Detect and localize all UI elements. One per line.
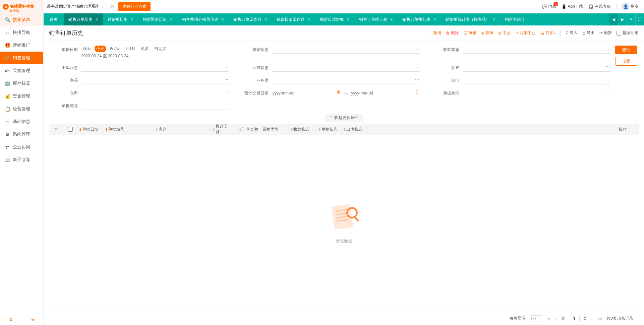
- tabs-fullscreen[interactable]: ⛶: [635, 13, 644, 25]
- date-tab-yesterday[interactable]: 昨天: [81, 46, 93, 52]
- out-select[interactable]: [81, 64, 229, 72]
- customer-picker[interactable]: [463, 64, 610, 72]
- action-stop[interactable]: ⊘中止: [498, 30, 511, 36]
- date-tab-more[interactable]: 更多: [139, 46, 151, 52]
- settings-gear-icon[interactable]: ⚙: [110, 4, 114, 9]
- close-icon[interactable]: ✕: [221, 17, 224, 22]
- sidebar-item-sales[interactable]: 🛒销售管理: [0, 52, 43, 64]
- goods-picker[interactable]: [81, 76, 229, 84]
- action-abandon[interactable]: ⊘弃审: [481, 30, 493, 36]
- th-checkbox[interactable]: [63, 124, 77, 135]
- deliv-from-input[interactable]: [272, 89, 341, 97]
- date-tab-7days[interactable]: 近7天: [108, 46, 122, 52]
- docno-input[interactable]: [81, 102, 229, 110]
- close-icon[interactable]: ✕: [347, 17, 350, 22]
- tab-sales-history[interactable]: 销货单历史✕: [103, 13, 138, 25]
- pager-prev[interactable]: ‹: [555, 316, 558, 321]
- detail-checkbox[interactable]: [617, 31, 621, 36]
- logo[interactable]: b 畅捷通好生意 标准版: [0, 0, 44, 13]
- th-delivery[interactable]: ▴▾预计交货...: [211, 124, 237, 135]
- experience-button[interactable]: 体验行业方案: [118, 2, 151, 11]
- ellipsis-icon[interactable]: ⋯: [224, 90, 228, 94]
- chevron-down-icon[interactable]: ⌄: [606, 90, 610, 94]
- tabs-scroll-left[interactable]: ◀: [609, 13, 618, 25]
- close-icon[interactable]: ✕: [264, 17, 267, 22]
- tab-sales-order-exec[interactable]: 销售订单执行表✕: [398, 13, 441, 25]
- action-detail-toggle[interactable]: 显示明细: [617, 30, 639, 36]
- chevron-down-icon[interactable]: ⌄: [606, 46, 610, 51]
- th-outstatus[interactable]: ▴▾出库状态: [342, 124, 607, 135]
- tab-daily-clear-workbench[interactable]: 钱货日清工作台✕: [272, 13, 315, 25]
- date-tab-1month[interactable]: 近1月: [124, 46, 137, 52]
- tab-sales-order-history[interactable]: 销售订单历史✕: [64, 13, 103, 25]
- tabs-scroll-right[interactable]: ▶: [618, 13, 627, 25]
- tab-daily-clear-recon[interactable]: 钱货日清对账✕: [315, 13, 354, 25]
- pagesize-select[interactable]: 50: [529, 315, 542, 322]
- sidebar-search[interactable]: 🔍 搜索菜单: [0, 13, 43, 26]
- sidebar-item-quicknav[interactable]: ⌂快捷导航: [0, 26, 43, 39]
- action-print[interactable]: 🖨打印▾: [540, 30, 555, 36]
- chevron-down-icon[interactable]: ⌄: [225, 64, 228, 69]
- salesman-picker[interactable]: [272, 76, 420, 84]
- chevron-down-icon[interactable]: ⌄: [416, 64, 419, 69]
- pager-next[interactable]: ›: [590, 316, 594, 321]
- settings-button[interactable]: 设置: [615, 57, 637, 66]
- chevron-down-icon[interactable]: ⌄: [416, 46, 419, 51]
- close-icon[interactable]: ✕: [307, 17, 310, 22]
- page-input[interactable]: [569, 315, 580, 322]
- warehouse-picker[interactable]: [81, 89, 229, 97]
- recv-select[interactable]: [463, 46, 610, 54]
- ellipsis-icon[interactable]: ⋯: [415, 77, 419, 82]
- tab-sales-stats-goods[interactable]: 销货单统计表（按商品）✕: [441, 13, 500, 25]
- close-icon[interactable]: ✕: [95, 17, 98, 22]
- th-customer[interactable]: ▴▾客户: [154, 124, 211, 135]
- ticket-select[interactable]: [463, 89, 610, 97]
- chevron-down-icon[interactable]: ⌄: [606, 77, 610, 82]
- app-download-button[interactable]: 📱 App下载: [562, 4, 583, 9]
- sidebar-item-base[interactable]: ☰基础信息: [0, 115, 43, 128]
- sidebar-item-finance[interactable]: 💰资金管理: [0, 90, 43, 103]
- select-all-checkbox[interactable]: [68, 127, 73, 132]
- tab-sales-stats[interactable]: 销货单统计: [500, 13, 530, 25]
- action-audit[interactable]: ☑审核: [464, 30, 476, 36]
- close-icon[interactable]: ✕: [433, 17, 436, 22]
- sidebar-item-guide[interactable]: 📖新手引导: [0, 153, 43, 166]
- sidebar-item-inventory[interactable]: 🏢库存核算: [0, 77, 43, 90]
- th-settings[interactable]: ⚙: [49, 124, 63, 135]
- calendar-icon[interactable]: 🗓: [415, 90, 419, 94]
- sidebar-item-business[interactable]: 📋经营管理: [0, 103, 43, 115]
- sidebar-item-collab[interactable]: ⇄企业协同: [0, 141, 43, 153]
- action-import[interactable]: ↧导入: [565, 30, 578, 36]
- system-selector[interactable]: 装备及固定资产辅助管理系统 ⌄: [47, 4, 104, 9]
- action-unstop[interactable]: ↺取消中止: [515, 30, 536, 36]
- sidebar-item-purchase[interactable]: 🛍采购管理: [0, 64, 43, 77]
- online-service-button[interactable]: 🎧 在线客服: [588, 4, 611, 9]
- th-docstatus[interactable]: ▴▾单据状态: [317, 124, 342, 135]
- sidebar-item-system[interactable]: ⚙系统管理: [0, 128, 43, 141]
- date-tab-today[interactable]: 今天: [95, 46, 106, 52]
- sidebar-item-marketing[interactable]: 🎁营销推广: [0, 39, 43, 52]
- close-icon[interactable]: ✕: [492, 17, 495, 22]
- dept-select[interactable]: [463, 76, 610, 84]
- th-date[interactable]: ▴▾单据日期: [77, 124, 104, 135]
- ellipsis-icon[interactable]: ⋯: [224, 77, 228, 82]
- pager-last[interactable]: ⏭: [597, 316, 603, 321]
- tab-sales-order-stats[interactable]: 销售订单统计表✕: [354, 13, 398, 25]
- sidebar-collapse-button[interactable]: ⏮: [22, 314, 44, 325]
- query-button[interactable]: 查询: [615, 46, 637, 54]
- action-refresh[interactable]: ⟳刷新: [599, 30, 612, 36]
- collapse-filters-button[interactable]: ⌃收起更多条件: [325, 114, 363, 122]
- sidebar-settings-button[interactable]: ⚙: [0, 314, 22, 325]
- th-docno[interactable]: ▴▾单据编号: [104, 124, 154, 135]
- tab-sales-return-history[interactable]: 销货退货历史✕: [138, 13, 177, 25]
- user-menu[interactable]: 👤 用友: [622, 3, 639, 10]
- deliv-to-input[interactable]: [351, 89, 420, 97]
- action-add[interactable]: ＋新增: [428, 30, 441, 36]
- action-export[interactable]: ↥导出: [582, 30, 595, 36]
- tab-home[interactable]: 首页: [44, 13, 64, 25]
- th-recvstatus[interactable]: ▴▾收款状态: [289, 124, 317, 135]
- messages-button[interactable]: 💬 消息 6: [542, 4, 556, 9]
- pager-first[interactable]: ⏮: [545, 316, 551, 321]
- ellipsis-icon[interactable]: ⋯: [606, 64, 610, 69]
- tab-sales-order-workbench[interactable]: 销售订单工作台✕: [229, 13, 272, 25]
